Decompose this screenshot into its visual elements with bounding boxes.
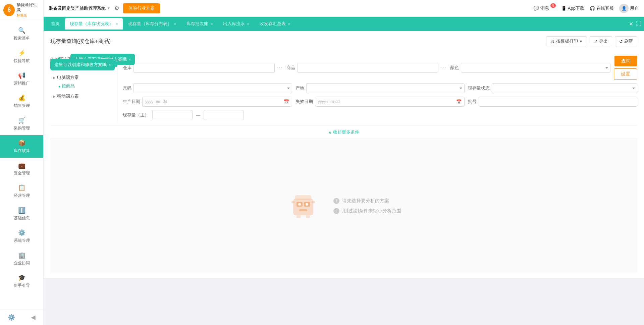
tab-summary[interactable]: 收发存汇总表 ✕ [255, 18, 295, 30]
warehouse-field: 仓库 ··· [123, 63, 283, 73]
sidebar-item-marketing[interactable]: 📢 营销推广 [0, 68, 43, 90]
warehouse-dots[interactable]: ··· [277, 65, 283, 71]
plan-child-indicator: ■ [58, 85, 60, 88]
tab-fullscreen-button[interactable]: ⛶ [636, 21, 641, 27]
tip-text-2: 用[过滤]条件来缩小分析范围 [342, 208, 401, 214]
plan-tree-child: ■ 按商品 [50, 82, 113, 91]
settings-bottom-icon[interactable]: ⚙️ [8, 314, 15, 321]
batch-input[interactable] [479, 97, 637, 107]
quick-nav-icon: ⚡ [18, 49, 25, 57]
sidebar-logo: 6 畅捷通好生意 标准版 [0, 0, 43, 20]
warehouse-label: 仓库 [123, 65, 131, 71]
refresh-button[interactable]: ↺ 刷新 [615, 36, 637, 46]
print-icon: 🖨 [550, 39, 555, 44]
search-button[interactable]: 查询 [614, 56, 637, 66]
refresh-icon: ↺ [619, 39, 623, 44]
export-button[interactable]: ↗ 导出 [590, 36, 612, 46]
tab-close-in-out-flow[interactable]: ✕ [247, 22, 250, 26]
sidebar-item-quick-nav[interactable]: ⚡ 快捷导航 [0, 45, 43, 68]
sidebar-item-purchase[interactable]: 🛒 采购管理 [0, 113, 43, 135]
main-container: 装备及固定资产辅助管理系统 ▼ ⚙ 体验行业方案 💬 消息 6 📱 App下载 … [44, 0, 644, 325]
tab-batch-ledger[interactable]: 库存批次账 ✕ [182, 18, 218, 30]
sidebar-nav: 🔍 搜索菜单 ⚡ 快捷导航 📢 营销推广 💰 销售管理 🛒 采购管理 📦 库存核… [0, 20, 43, 309]
tab-in-out-flow[interactable]: 出入库流水 ✕ [218, 18, 254, 30]
tab-close-all-button[interactable]: ✕ [629, 21, 633, 27]
plan-child-goods[interactable]: ■ 按商品 [58, 82, 113, 91]
finance-icon: 💼 [18, 162, 25, 169]
origin-select[interactable] [306, 83, 465, 93]
produce-date-label: 生产日期 [123, 99, 140, 105]
stock-main-to[interactable] [204, 110, 244, 120]
app-download-action[interactable]: 📱 App下载 [561, 5, 584, 11]
tab-close-batch-ledger[interactable]: ✕ [210, 22, 213, 26]
page-area: 现存量查询(按仓库+商品) 🖨 按模板打印 ▼ ↗ 导出 ↺ 刷新 [44, 31, 644, 325]
experience-button[interactable]: 体验行业方案 [123, 3, 160, 13]
sidebar-item-system[interactable]: ⚙️ 系统管理 [0, 225, 43, 248]
headset-icon: 🎧 [590, 6, 595, 11]
color-label: 颜色 [450, 65, 459, 71]
expire-date-input[interactable]: yyyy-mm-dd 📅 [315, 97, 465, 107]
goods-label: 商品 [286, 65, 295, 71]
produce-date-input[interactable]: yyyy-mm-dd 📅 [142, 97, 292, 107]
empty-tip-2: 2 用[过滤]条件来缩小分析范围 [333, 208, 401, 214]
settings-gear-icon[interactable]: ⚙ [114, 5, 119, 11]
size-label: 尺码 [123, 85, 131, 91]
sidebar-item-enterprise[interactable]: 🏢 企业协同 [0, 248, 43, 270]
enterprise-icon: 🏢 [18, 252, 25, 259]
empty-tip-1: 1 请先选择要分析的方案 [333, 198, 401, 204]
purchase-icon: 🛒 [18, 117, 25, 124]
svg-rect-5 [299, 209, 307, 211]
sidebar-item-search-menu[interactable]: 🔍 搜索菜单 [0, 23, 43, 45]
warehouse-input[interactable] [133, 63, 275, 73]
stock-status-select[interactable] [492, 83, 637, 93]
empty-illustration [286, 188, 320, 223]
tooltip1-close[interactable]: × [129, 57, 131, 61]
tab-bar: 首页 现存量（库存状况表） ✕ 现存量（库存分布表） ✕ 库存批次账 ✕ 出入库… [44, 17, 644, 31]
stock-status-label: 现存量状态 [468, 85, 490, 91]
sidebar-item-base-info[interactable]: ℹ️ 基础信息 [0, 203, 43, 225]
expire-date-field: 失效日期 yyyy-mm-dd 📅 [296, 97, 465, 107]
set-button[interactable]: 设置 [614, 68, 637, 80]
sidebar-item-sales[interactable]: 💰 销售管理 [0, 90, 43, 113]
export-icon: ↗ [594, 39, 598, 44]
tab-inventory-status[interactable]: 现存量（库存状况表） ✕ [65, 18, 123, 30]
messages-action[interactable]: 💬 消息 6 [534, 5, 556, 11]
tab-close-summary[interactable]: ✕ [288, 22, 290, 26]
plan-mobile[interactable]: ▶ 移动端方案 [50, 92, 113, 101]
system-title-dropdown[interactable]: 装备及固定资产辅助管理系统 ▼ [49, 5, 110, 11]
collapse-sidebar-icon[interactable]: ◀ [31, 314, 36, 321]
stock-main-from[interactable] [152, 110, 193, 120]
phone-icon: 📱 [561, 6, 567, 11]
tab-close-inventory-status[interactable]: ✕ [115, 22, 118, 26]
page-title: 现存量查询(按仓库+商品) [50, 38, 111, 45]
size-select[interactable] [133, 83, 292, 93]
stock-main-label: 现存量（主） [123, 112, 149, 118]
color-select[interactable] [461, 63, 610, 73]
svg-rect-7 [312, 201, 315, 203]
empty-state: 1 请先选择要分析的方案 2 用[过滤]条件来缩小分析范围 [286, 188, 401, 223]
tab-inventory-distribution[interactable]: 现存量（库存分布表） ✕ [123, 18, 181, 30]
goods-dots[interactable]: ··· [440, 65, 447, 71]
tooltip2-close[interactable]: × [109, 63, 111, 67]
sidebar-item-finance[interactable]: 💼 资金管理 [0, 158, 43, 180]
tab-close-inventory-distribution[interactable]: ✕ [174, 22, 176, 26]
tooltip-create-plan: 这里可以创建和修改方案哦 × [50, 59, 115, 70]
collapse-bar[interactable]: ∧ 收起更多条件 [50, 125, 637, 139]
online-support-action[interactable]: 🎧 在线客服 [590, 5, 614, 11]
page-title-bar: 现存量查询(按仓库+商品) 🖨 按模板打印 ▼ ↗ 导出 ↺ 刷新 [50, 36, 637, 46]
tab-home[interactable]: 首页 [46, 18, 64, 30]
goods-input[interactable] [297, 63, 438, 73]
expire-date-calendar-icon: 📅 [456, 99, 462, 104]
sidebar-item-operations[interactable]: 📋 经营管理 [0, 180, 43, 203]
range-separator: — [196, 113, 200, 118]
svg-rect-9 [306, 215, 310, 218]
sidebar-item-guide[interactable]: 🎓 新手引导 [0, 270, 43, 292]
print-button[interactable]: 🖨 按模板打印 ▼ [546, 36, 587, 46]
sidebar-item-inventory[interactable]: 📦 库存核算 [0, 135, 43, 158]
operations-icon: 📋 [18, 184, 25, 192]
message-icon: 💬 [534, 6, 539, 11]
user-action[interactable]: 👤 用户 [619, 4, 639, 13]
svg-rect-8 [297, 215, 301, 218]
plan-desktop[interactable]: ▶ 电脑端方案 [50, 73, 113, 82]
header-left: 装备及固定资产辅助管理系统 ▼ ⚙ 体验行业方案 [49, 3, 160, 13]
